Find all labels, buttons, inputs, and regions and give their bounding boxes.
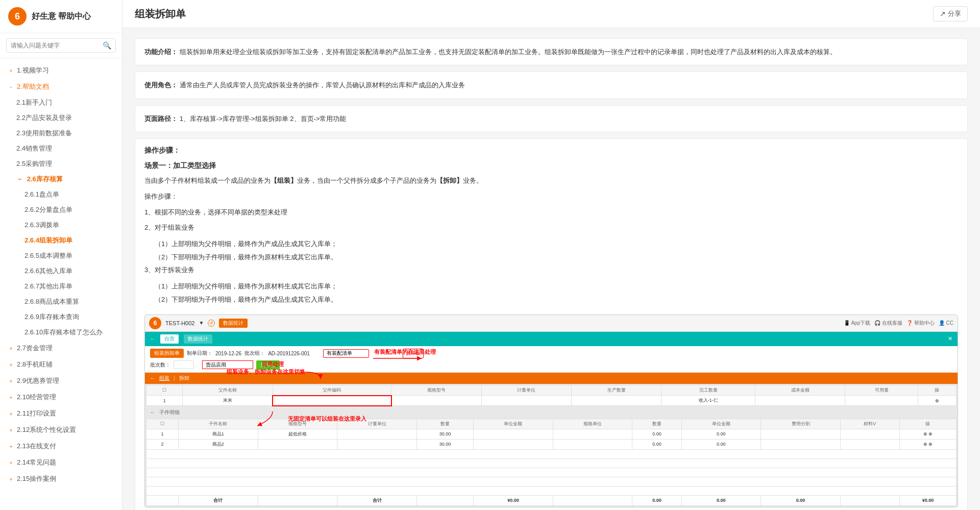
mock-ucell-unit — [481, 396, 571, 406]
mock-lower-row-6 — [146, 486, 957, 495]
sidebar-item-purchase[interactable]: 2.5采购管理 — [0, 156, 122, 172]
mock-lth-8: 单位金额 — [681, 419, 761, 429]
mock-help-icon: ❓ 帮助中心 — [906, 320, 935, 327]
mock-uth-9: 操 — [918, 385, 956, 396]
mock-lcell-0-1: 商品1 — [178, 429, 258, 439]
screenshot-container: 6 TEST-H002 ▼ ↺ 数据统计 📱 App下载 🎧 在线客服 ❓ 帮助… — [144, 314, 958, 507]
mock-lcell-1-2 — [258, 439, 337, 449]
mock-ftr-7: 0.00 — [632, 495, 681, 505]
mock-lcell-0-5 — [474, 429, 553, 439]
share-button[interactable]: ↗ 分享 — [933, 6, 968, 21]
sidebar-item-newbie[interactable]: 2.1新手入门 — [0, 95, 122, 110]
mock-ucell-produce — [571, 396, 661, 406]
sidebar-item-print[interactable]: ＋ 2.11打印设置 — [0, 405, 122, 422]
sidebar-item-adjust[interactable]: 2.6.3调拨单 — [0, 217, 122, 233]
logo-area: 6 好生意 帮助中心 — [0, 0, 122, 33]
sidebar-item-docs[interactable]: － 2.帮助文档 — [0, 79, 122, 95]
mock-lcell-1-0: 2 — [146, 439, 179, 449]
mock-quantity-input[interactable] — [174, 360, 194, 369]
sidebar-item-system[interactable]: ＋ 2.12系统个性化设置 — [0, 422, 122, 438]
sidebar-item-split[interactable]: 2.6.2分量盘点单 — [0, 202, 122, 217]
sidebar-item-goods-cost[interactable]: 2.6.8商品成本重算 — [0, 294, 122, 309]
sidebar-item-capital[interactable]: ＋ 2.7资金管理 — [0, 340, 122, 356]
mock-disassemble-toggle[interactable]: 拆卸 — [179, 375, 189, 382]
mock-doc-type-btn[interactable]: 组装拆卸单 — [150, 349, 184, 358]
mock-lower-row-4 — [146, 468, 957, 477]
search-button[interactable]: 🔍 — [103, 41, 111, 50]
sidebar-item-faq[interactable]: ＋ 2.14常见问题 — [0, 454, 122, 471]
plus-icon: ＋ — [8, 426, 14, 434]
mock-lower-row-0: 1 商品1 超低价格 30.00 0.00 0.00 — [146, 429, 957, 439]
plus-icon: ＋ — [8, 345, 14, 352]
mock-lower-table: ☐ 子件名称 规格型号 计量单位 数量 单位金额 规格单位 数量 单位金额 — [146, 419, 957, 506]
mock-close-icon[interactable]: ✕ — [948, 335, 952, 342]
mock-back-icon[interactable]: ← — [150, 336, 155, 342]
sidebar-item-ops[interactable]: ＋ 2.10经营管理 — [0, 389, 122, 405]
mock-tab-stats[interactable]: 数据统计 — [184, 334, 212, 344]
mock-ftr-2 — [258, 495, 337, 505]
plus-icon: ＋ — [8, 410, 14, 418]
sidebar-item-stock-query[interactable]: 2.6.9库存账本查询 — [0, 309, 122, 325]
mock-uth-2: 父件编码 — [273, 385, 391, 396]
sidebar-item-label: 1.视频学习 — [17, 66, 49, 75]
mock-tab-zizying[interactable]: 自营 — [160, 334, 179, 344]
sidebar-item-label: 2.10经营管理 — [17, 393, 56, 402]
mock-code-input[interactable] — [319, 398, 345, 403]
mock-ucell-cost — [755, 396, 845, 406]
sidebar-item-stocktake[interactable]: 2.6.1盘点单 — [0, 187, 122, 202]
sidebar-item-video[interactable]: ＋ 1.视频学习 — [0, 62, 122, 79]
mock-ann4-text: 无固定清单可以组装在这里录入 — [288, 415, 366, 423]
mock-uth-0: ☐ — [146, 385, 183, 396]
mock-lcell-1-6 — [553, 439, 632, 449]
sidebar-item-mobile[interactable]: ＋ 2.8手机旺辅 — [0, 356, 122, 373]
scenario1-desc: 当由多个子件材料组装成一个成品的业务为【组装】业务，当由一个父件拆分成多个子产品… — [144, 175, 958, 187]
mock-ucell-code — [273, 396, 391, 406]
nav-list: ＋ 1.视频学习 － 2.帮助文档 2.1新手入门 2.2产品安装及登录 2.3… — [0, 58, 122, 491]
sidebar-item-coupon[interactable]: ＋ 2.9优惠券管理 — [0, 373, 122, 389]
sidebar-item-sales[interactable]: 2.4销售管理 — [0, 141, 122, 156]
mock-doc-config-input[interactable] — [323, 349, 369, 358]
mock-assemble-toggle[interactable]: 组装 — [159, 375, 169, 382]
sidebar-item-assemble[interactable]: 2.6.4组装拆卸单 — [0, 233, 122, 248]
sidebar-item-other-out[interactable]: 2.6.7其他出库单 — [0, 279, 122, 294]
mock-lcell-0-10 — [840, 429, 899, 439]
mock-ann2-text: 组装业务、拆卸业务在这里切换 — [227, 368, 305, 376]
sidebar-item-install[interactable]: 2.2产品安装及登录 — [0, 110, 122, 126]
mock-ann1-arrow — [373, 353, 424, 363]
mock-ftr-0 — [146, 495, 179, 505]
mock-new-order-btn[interactable]: 数据统计 — [219, 319, 248, 328]
sidebar-item-data[interactable]: 2.3使用前数据准备 — [0, 126, 122, 141]
search-input[interactable] — [11, 42, 103, 49]
sidebar-item-label: 2.13在线支付 — [17, 442, 56, 451]
plus-icon: ＋ — [8, 475, 14, 483]
share-icon: ↗ — [940, 10, 946, 18]
mock-uth-1: 父件名称 — [183, 385, 273, 396]
sidebar-item-cost[interactable]: 2.6.5成本调整单 — [0, 248, 122, 263]
mock-upper-table-wrapper: ☐ 父件名称 父件编码 规格型号 计量单位 生产数量 完工数量 成本金额 可用量 — [145, 384, 958, 407]
path-block: 页面路径： 1、库存核算->库存管理->组装拆卸单 2、首页->常用功能 — [135, 105, 968, 132]
step3-sub2: （2）下部明细为子件明细，最终作为产成品生成其它入库单。 — [144, 293, 958, 306]
mock-separator: | — [174, 375, 175, 381]
sidebar-item-other-in[interactable]: 2.6.6其他入库单 — [0, 263, 122, 279]
mock-upper-thead: ☐ 父件名称 父件编码 规格型号 计量单位 生产数量 完工数量 成本金额 可用量 — [146, 385, 957, 396]
scenario1-title: 场景一：加工类型选择 — [144, 161, 958, 171]
mock-ftr-4 — [417, 495, 474, 505]
ops-section: 操作步骤： 场景一：加工类型选择 当由多个子件材料组装成一个成品的业务为【组装】… — [135, 138, 968, 510]
mock-uth-3: 规格型号 — [391, 385, 481, 396]
mock-lcell-1-1: 商品2 — [178, 439, 258, 449]
mock-ftr-10 — [840, 495, 899, 505]
mock-lth-9: 费用分割 — [761, 419, 841, 429]
mock-lcell-0-6 — [553, 429, 632, 439]
mock-lth-4: 数量 — [417, 419, 474, 429]
mock-teal-header: ← 自营 数据统计 ✕ — [145, 332, 958, 346]
page-title: 组装拆卸单 — [135, 7, 186, 21]
mock-user-icon: 👤 CC — [939, 320, 953, 326]
mock-date-label: 制单日期： — [187, 350, 212, 357]
sidebar-item-online-pay[interactable]: ＋ 2.13在线支付 — [0, 438, 122, 454]
sidebar-item-stock-error[interactable]: 2.6.10库存账本错了怎么办 — [0, 325, 122, 340]
mock-lower-section-header: ← 子件明细 无固定清单可以组装在这里录入 — [145, 407, 958, 418]
sidebar-item-cases[interactable]: ＋ 2.15操作案例 — [0, 471, 122, 487]
sidebar-item-label: 2.14常见问题 — [17, 458, 56, 467]
mock-lcell-4-empty — [146, 468, 957, 477]
sidebar-item-inventory[interactable]: － 2.6库存核算 — [0, 172, 122, 187]
